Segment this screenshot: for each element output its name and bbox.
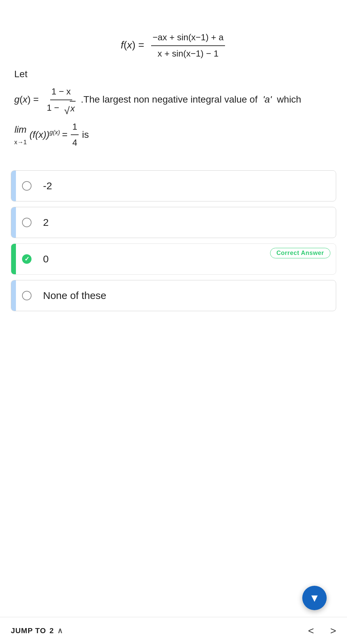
option-c-radio[interactable]: ✓ bbox=[22, 254, 32, 264]
jump-caret[interactable]: ∧ bbox=[57, 626, 63, 635]
fx-var: x bbox=[127, 39, 132, 50]
result-numerator: 1 bbox=[71, 120, 78, 135]
result-fraction: 1 4 bbox=[71, 120, 78, 150]
description-text: .The largest non negative integral value… bbox=[81, 94, 258, 105]
jump-number: 2 bbox=[49, 626, 54, 635]
sqrt-symbol: √ bbox=[64, 106, 69, 116]
option-b-radio-area bbox=[16, 218, 38, 227]
lim-superscript: g(x) bbox=[49, 129, 60, 135]
fx-formula: f(x) = −ax + sin(x−1) + a x + sin(x−1) −… bbox=[14, 30, 333, 61]
option-a-sidebar bbox=[11, 171, 16, 201]
option-d-value: None of these bbox=[43, 290, 106, 301]
lim-expression: (f(x))g(x) bbox=[29, 127, 60, 143]
prev-arrow[interactable]: < bbox=[308, 625, 314, 637]
lim-under: lim x→1 bbox=[14, 122, 27, 147]
fx-label: f bbox=[121, 39, 123, 50]
fx-numerator: −ax + sin(x−1) + a bbox=[151, 30, 225, 46]
let-label: Let bbox=[14, 69, 27, 79]
page-container: f(x) = −ax + sin(x−1) + a x + sin(x−1) −… bbox=[0, 0, 347, 644]
correct-answer-badge: Correct Answer bbox=[270, 248, 330, 258]
option-c-value: 0 bbox=[43, 253, 49, 265]
option-d-sidebar bbox=[11, 280, 16, 311]
option-a-value: -2 bbox=[43, 180, 52, 192]
jump-to-label: JUMP TO bbox=[11, 626, 46, 635]
option-b-content: 2 bbox=[38, 211, 336, 234]
fx-fraction: −ax + sin(x−1) + a x + sin(x−1) − 1 bbox=[151, 30, 225, 61]
gx-denominator: 1 − √ x bbox=[45, 100, 77, 116]
nav-arrows: < > bbox=[308, 625, 336, 637]
bottom-spacer bbox=[11, 321, 336, 355]
which-text: which bbox=[277, 94, 301, 105]
sqrt-wrapper: √ x bbox=[64, 101, 75, 116]
result-denominator: 4 bbox=[71, 135, 78, 150]
bottom-bar: JUMP TO 2 ∧ < > bbox=[0, 617, 347, 644]
sqrt-content: x bbox=[70, 101, 76, 116]
lim-line: lim x→1 (f(x))g(x) = 1 4 is bbox=[14, 120, 333, 150]
gx-formula: g(x) = 1 − x 1 − √ x .The largest non ne… bbox=[14, 85, 333, 116]
fx-denominator: x + sin(x−1) − 1 bbox=[156, 46, 220, 61]
italic-a: 'a' bbox=[263, 94, 272, 105]
question-section: f(x) = −ax + sin(x−1) + a x + sin(x−1) −… bbox=[11, 20, 336, 167]
option-b-radio[interactable] bbox=[22, 218, 32, 227]
option-d[interactable]: None of these bbox=[11, 280, 336, 311]
option-a-radio-area bbox=[16, 181, 38, 191]
gx-label: g bbox=[14, 94, 20, 105]
option-b[interactable]: 2 bbox=[11, 207, 336, 238]
lim-sub: x→1 bbox=[14, 137, 27, 147]
let-line: Let bbox=[14, 67, 333, 82]
gx-fraction: 1 − x 1 − √ x bbox=[45, 85, 77, 116]
option-a-content: -2 bbox=[38, 175, 336, 197]
option-a-radio[interactable] bbox=[22, 181, 32, 191]
option-c[interactable]: ✓ 0 Correct Answer bbox=[11, 243, 336, 275]
option-d-radio[interactable] bbox=[22, 291, 32, 300]
gx-numerator: 1 − x bbox=[50, 85, 72, 100]
option-b-value: 2 bbox=[43, 217, 49, 228]
option-b-sidebar bbox=[11, 207, 16, 238]
filter-fab[interactable]: ▼ bbox=[302, 586, 327, 610]
filter-icon: ▼ bbox=[309, 592, 320, 604]
option-c-radio-area: ✓ bbox=[16, 254, 38, 264]
lim-label: lim bbox=[15, 122, 27, 137]
option-d-content: None of these bbox=[38, 284, 336, 307]
equals-sign: = bbox=[62, 127, 67, 143]
option-a[interactable]: -2 bbox=[11, 170, 336, 201]
jump-to-section: JUMP TO 2 ∧ bbox=[11, 626, 63, 635]
option-c-sidebar bbox=[11, 244, 16, 274]
is-text: is bbox=[82, 127, 89, 143]
next-arrow[interactable]: > bbox=[330, 625, 336, 637]
option-d-radio-area bbox=[16, 291, 38, 300]
options-section: -2 2 ✓ 0 Correct Answer bbox=[11, 167, 336, 321]
checkmark-icon: ✓ bbox=[24, 256, 29, 262]
